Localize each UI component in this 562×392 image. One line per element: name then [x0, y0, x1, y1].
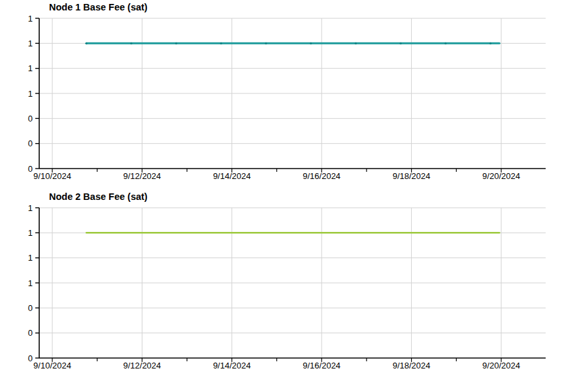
- y-ticks: [35, 208, 39, 358]
- gridlines: [39, 208, 546, 358]
- y-tick-label: 0: [28, 139, 33, 148]
- x-tick-label: 9/14/2024: [213, 361, 251, 370]
- chart-1-plot: 11110009/10/20249/12/20249/14/20249/16/2…: [0, 0, 562, 189]
- y-tick-label: 1: [28, 63, 33, 73]
- y-tick-label: 0: [28, 328, 33, 338]
- y-tick-label: 1: [28, 39, 33, 48]
- y-tick-label: 1: [28, 203, 33, 213]
- y-tick-label: 0: [28, 114, 33, 123]
- x-ticks: [52, 358, 501, 362]
- x-tick-label: 9/18/2024: [393, 171, 431, 181]
- gridlines: [39, 18, 546, 169]
- y-tick-label: 0: [28, 303, 33, 313]
- y-tick-label: 1: [28, 228, 33, 238]
- y-tick-label: 0: [28, 353, 33, 363]
- x-tick-label: 9/10/2024: [33, 171, 71, 181]
- x-tick-label: 9/10/2024: [33, 361, 71, 370]
- dual-chart-canvas: Node 1 Base Fee (sat) 11110009/10/20249/…: [0, 0, 562, 392]
- y-tick-label: 0: [28, 164, 33, 174]
- y-tick-label: 1: [28, 278, 33, 288]
- x-ticks: [52, 169, 501, 172]
- chart-node-2-base-fee: Node 2 Base Fee (sat) 11110009/10/20249/…: [0, 189, 562, 379]
- chart-2-plot: 11110009/10/20249/12/20249/14/20249/16/2…: [0, 189, 562, 379]
- x-tick-label: 9/14/2024: [213, 171, 251, 181]
- x-tick-label: 9/16/2024: [303, 171, 340, 181]
- chart-node-1-base-fee: Node 1 Base Fee (sat) 11110009/10/20249/…: [0, 0, 562, 189]
- x-tick-label: 9/12/2024: [123, 361, 161, 370]
- x-tick-label: 9/16/2024: [303, 361, 340, 370]
- y-tick-label: 1: [28, 14, 33, 24]
- y-ticks: [35, 18, 39, 169]
- y-tick-label: 1: [28, 89, 33, 99]
- y-tick-label: 1: [28, 253, 33, 263]
- x-tick-label: 9/18/2024: [393, 361, 431, 370]
- x-tick-label: 9/12/2024: [123, 171, 161, 181]
- x-tick-label: 9/20/2024: [482, 171, 520, 181]
- x-tick-label: 9/20/2024: [482, 361, 520, 370]
